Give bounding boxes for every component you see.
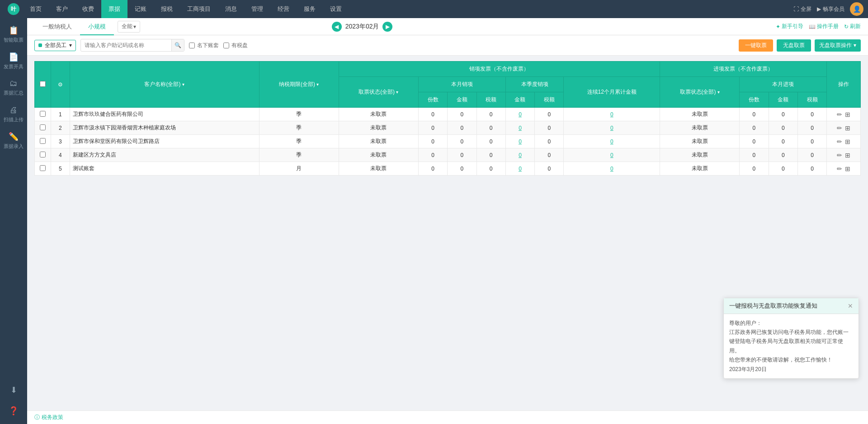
avatar[interactable]: 👤 xyxy=(850,2,863,16)
question-icon: ⓘ xyxy=(34,414,40,421)
settings-icon[interactable]: ⚙ xyxy=(58,81,63,88)
toolbar-right: 一键取票 无盘取票 无盘取票操作 ▾ xyxy=(739,39,861,52)
sidebar-label-issue-invoice: 发票开具 xyxy=(4,64,24,70)
sidebar-item-issue-invoice[interactable]: 📄 发票开具 xyxy=(1,48,26,73)
td-num: 1 xyxy=(51,108,70,121)
td-sales-month-tax: 0 xyxy=(476,108,505,121)
refresh-icon: ↻ xyxy=(844,24,849,30)
edit-action-icon[interactable]: ✏ xyxy=(837,111,842,118)
th-purchase-month-tax: 税额 xyxy=(797,92,826,108)
my-accounts-label[interactable]: 名下账套 xyxy=(197,42,219,49)
nav-item-operation[interactable]: 经营 xyxy=(270,0,297,18)
sidebar-label-scan-upload: 扫描上传 xyxy=(4,117,24,123)
has-tax-disk-checkbox[interactable] xyxy=(223,43,229,48)
edit-action-icon[interactable]: ✏ xyxy=(837,152,842,159)
no-disk-fetch-button[interactable]: 无盘取票 xyxy=(777,39,811,52)
no-disk-ops-button[interactable]: 无盘取票操作 ▾ xyxy=(815,39,861,52)
sidebar-item-smart-fetch[interactable]: 📋 智能取票 xyxy=(1,22,26,47)
td-sales-month-count: 0 xyxy=(418,162,447,176)
nav-item-manage[interactable]: 管理 xyxy=(244,0,270,18)
nav-item-settings[interactable]: 设置 xyxy=(323,0,349,18)
nav-item-industry[interactable]: 工商项目 xyxy=(180,0,218,18)
fullscreen-btn[interactable]: ⛶ 全屏 xyxy=(793,5,811,13)
sidebar-item-scan-upload[interactable]: 🖨 扫描上传 xyxy=(1,102,26,126)
row-checkbox[interactable] xyxy=(40,111,46,117)
td-customer-name: 卫辉市保和堂医药有限公司卫辉路店 xyxy=(70,135,259,148)
nav-item-home[interactable]: 首页 xyxy=(23,0,49,18)
sidebar-help[interactable]: ❓ xyxy=(1,402,26,419)
sidebar-item-invoice-entry[interactable]: ✏️ 票据录入 xyxy=(1,128,26,153)
th-checkbox xyxy=(35,62,51,108)
th-operation: 操作 xyxy=(827,62,861,108)
period-prev-btn[interactable]: ◀ xyxy=(332,22,342,32)
td-sales-month-tax: 0 xyxy=(476,148,505,162)
sidebar-item-invoice-summary[interactable]: 🗂 票据汇总 xyxy=(1,75,26,100)
td-purchase-month-amount: 0 xyxy=(769,135,797,148)
refresh-btn[interactable]: ↻ 刷新 xyxy=(844,23,861,30)
row-checkbox[interactable] xyxy=(40,152,46,157)
th-purchase-current-month: 本月进项 xyxy=(740,77,827,92)
edit-action-icon[interactable]: ✏ xyxy=(837,165,842,172)
customer-filter-icon[interactable]: ▾ xyxy=(182,82,184,87)
nav-item-tax[interactable]: 报税 xyxy=(154,0,180,18)
refresh-label: 刷新 xyxy=(850,23,861,30)
td-checkbox xyxy=(35,135,51,148)
tax-policy-link[interactable]: 税务政策 xyxy=(42,414,63,421)
sidebar-download[interactable]: ⬇ xyxy=(1,381,26,399)
search-button[interactable]: 🔍 xyxy=(171,39,184,52)
th-settings: ⚙ xyxy=(51,62,70,108)
purchase-status-filter-icon[interactable]: ▾ xyxy=(717,90,720,95)
row-checkbox[interactable] xyxy=(40,138,46,144)
nav-item-customer[interactable]: 客户 xyxy=(49,0,75,18)
td-sales-month-tax: 0 xyxy=(476,121,505,135)
period-next-btn[interactable]: ▶ xyxy=(382,22,392,32)
row-checkbox[interactable] xyxy=(40,165,46,171)
td-checkbox xyxy=(35,148,51,162)
td-purchase-month-amount: 0 xyxy=(769,162,797,176)
vip-btn[interactable]: ▶ 畅享会员 xyxy=(817,5,844,13)
td-checkbox xyxy=(35,121,51,135)
nav-item-service[interactable]: 服务 xyxy=(297,0,323,18)
td-sales-month-count: 0 xyxy=(418,108,447,121)
view-action-icon[interactable]: ⊞ xyxy=(845,152,850,159)
view-action-icon[interactable]: ⊞ xyxy=(845,124,850,132)
view-action-icon[interactable]: ⊞ xyxy=(845,165,850,172)
svg-text:叶: 叶 xyxy=(11,6,17,12)
table-row: 3 卫辉市保和堂医药有限公司卫辉路店 季 未取票 0 0 0 0 0 0 未取票… xyxy=(35,135,861,148)
logo[interactable]: 叶 xyxy=(5,0,23,18)
tax-period-filter-icon[interactable]: ▾ xyxy=(316,82,319,87)
edit-action-icon[interactable]: ✏ xyxy=(837,138,842,145)
one-click-fetch-button[interactable]: 一键取票 xyxy=(739,39,773,52)
notification-close-btn[interactable]: ✕ xyxy=(848,302,853,310)
has-tax-disk-label[interactable]: 有税盘 xyxy=(231,42,248,49)
tab-general[interactable]: 一般纳税人 xyxy=(34,18,80,35)
tab-all-chevron: ▾ xyxy=(133,24,136,30)
operation-manual-btn[interactable]: 📖 操作手册 xyxy=(809,23,839,30)
sales-status-filter-icon[interactable]: ▾ xyxy=(396,90,398,95)
row-checkbox[interactable] xyxy=(40,124,46,130)
nav-item-invoice[interactable]: 票据 xyxy=(101,0,127,18)
nav-item-income[interactable]: 收费 xyxy=(75,0,101,18)
th-sales-quarter-amount: 金额 xyxy=(505,92,534,108)
td-sales-month-count: 0 xyxy=(418,135,447,148)
edit-action-icon[interactable]: ✏ xyxy=(837,124,842,132)
td-sales-quarter-amount: 0 xyxy=(505,121,534,135)
view-action-icon[interactable]: ⊞ xyxy=(845,138,850,145)
tab-all-trigger[interactable]: 全能 ▾ xyxy=(118,21,140,33)
my-accounts-checkbox[interactable] xyxy=(189,43,195,48)
select-all-checkbox[interactable] xyxy=(40,81,46,87)
smart-fetch-icon: 📋 xyxy=(9,25,19,35)
employee-filter[interactable]: 全部员工 ▾ xyxy=(34,40,76,51)
search-input[interactable] xyxy=(81,42,171,48)
td-sales-month-amount: 0 xyxy=(448,108,476,121)
tab-small[interactable]: 小规模 xyxy=(80,18,114,35)
view-action-icon[interactable]: ⊞ xyxy=(845,111,850,118)
td-actions: ✏ ⊞ xyxy=(827,135,861,148)
employee-filter-chevron: ▾ xyxy=(69,42,72,48)
new-guide-btn[interactable]: ✦ 新手引导 xyxy=(776,23,803,30)
td-sales-fetch-status: 未取票 xyxy=(339,148,418,162)
td-tax-period: 季 xyxy=(259,108,339,121)
nav-item-message[interactable]: 消息 xyxy=(218,0,244,18)
nav-item-bookkeeping[interactable]: 记账 xyxy=(127,0,154,18)
tab-all-label: 全能 xyxy=(122,23,132,30)
